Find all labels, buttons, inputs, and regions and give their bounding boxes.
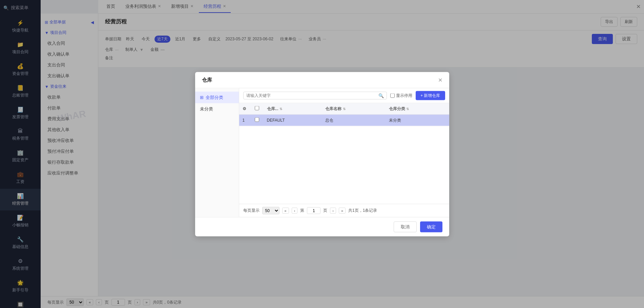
add-warehouse-btn[interactable]: + 新增仓库	[416, 91, 445, 100]
sort-icon: ⇅	[279, 107, 282, 110]
row-code: DEFAULT	[264, 115, 322, 126]
row-name: 总仓	[322, 115, 386, 126]
modal-first-page[interactable]: «	[282, 207, 289, 213]
modal-prev-page[interactable]: ‹	[292, 207, 298, 213]
cat-all[interactable]: ⊞ 全部分类	[195, 91, 239, 103]
th-settings: ⚙	[239, 103, 251, 115]
th-name-label: 仓库名称	[325, 106, 341, 111]
row-checkbox[interactable]	[251, 115, 264, 126]
cancel-button[interactable]: 取消	[394, 221, 417, 232]
th-name: 仓库名称 ⇅	[322, 103, 386, 115]
page-word: 第	[300, 208, 304, 213]
cat-uncategorized-label: 未分类	[200, 106, 213, 112]
sort-icon: ⇅	[406, 107, 409, 110]
th-category: 仓库分类 ⇅	[386, 103, 449, 115]
modal-title: 仓库	[202, 77, 212, 83]
show-disabled-checkbox[interactable]: 显示停用	[390, 93, 412, 98]
th-code-label: 仓库...	[267, 106, 278, 111]
modal-body: ⊞ 全部分类 未分类 🔍 显示停用 + 新增仓库	[195, 88, 449, 217]
cat-uncategorized[interactable]: 未分类	[195, 103, 239, 115]
th-code: 仓库... ⇅	[264, 103, 322, 115]
modal-footer: 取消 确定	[195, 217, 449, 236]
total-info: 共1页，1条记录	[348, 208, 377, 213]
modal-last-page[interactable]: »	[339, 207, 346, 213]
modal-per-page-select[interactable]: 50 100	[262, 207, 279, 214]
page-word2: 页	[323, 208, 327, 213]
settings-icon[interactable]: ⚙	[243, 106, 246, 111]
modal-page-input[interactable]	[307, 207, 320, 214]
warehouse-table: ⚙ 仓库... ⇅ 仓库名称 ⇅	[239, 103, 449, 126]
search-box: 🔍	[243, 91, 387, 99]
row-num: 1	[239, 115, 251, 126]
disabled-checkbox[interactable]	[390, 93, 395, 98]
cat-all-label: 全部分类	[206, 94, 223, 100]
modal-toolbar: 🔍 显示停用 + 新增仓库	[239, 88, 449, 103]
modal-left-panel: ⊞ 全部分类 未分类	[195, 88, 239, 217]
modal-right-panel: 🔍 显示停用 + 新增仓库 ⚙	[239, 88, 449, 217]
th-category-label: 仓库分类	[389, 106, 405, 111]
th-checkbox	[251, 103, 264, 115]
modal-next-page[interactable]: ›	[330, 207, 336, 213]
per-page-label: 每页显示	[243, 208, 259, 213]
show-disabled-label: 显示停用	[396, 93, 412, 98]
warehouse-modal: 仓库 ✕ ⊞ 全部分类 未分类 🔍 显示停用	[195, 72, 449, 236]
confirm-button[interactable]: 确定	[420, 221, 442, 232]
grid-icon: ⊞	[200, 95, 204, 100]
modal-table: ⚙ 仓库... ⇅ 仓库名称 ⇅	[239, 103, 449, 204]
row-category: 未分类	[386, 115, 449, 126]
modal-header: 仓库 ✕	[195, 72, 449, 88]
sort-icon: ⇅	[343, 107, 346, 110]
modal-pagination: 每页显示 50 100 « ‹ 第 页 › » 共1页，1条记录	[239, 204, 449, 217]
select-all-checkbox[interactable]	[255, 106, 259, 110]
table-row[interactable]: 1 DEFAULT 总仓 未分类	[239, 115, 449, 126]
search-input[interactable]	[246, 93, 377, 98]
search-icon: 🔍	[378, 93, 384, 98]
modal-close-btn[interactable]: ✕	[438, 77, 442, 83]
